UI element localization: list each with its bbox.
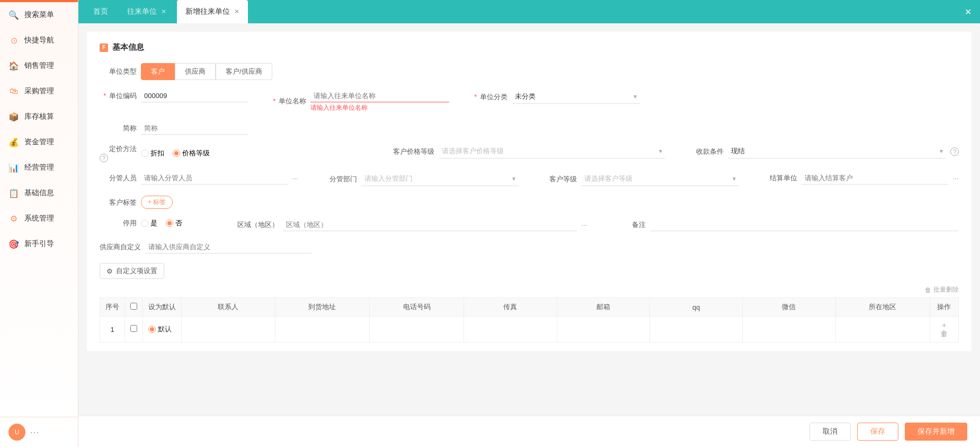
- remark-input[interactable]: [650, 218, 959, 231]
- payment-terms-help-icon[interactable]: ?: [950, 147, 959, 156]
- unit-type-supplier-btn[interactable]: 供应商: [175, 63, 216, 80]
- unit-category-label: * 单位分类: [470, 92, 507, 102]
- disabled-no-radio[interactable]: 否: [166, 218, 182, 228]
- custom-settings-button[interactable]: ⚙ 自定义项设置: [100, 263, 164, 279]
- td-phone[interactable]: [370, 317, 464, 343]
- sidebar-item-sales[interactable]: 🏠 销售管理: [0, 53, 78, 78]
- tab-partners[interactable]: 往来单位 ✕: [119, 0, 175, 23]
- contacts-table-section: 🗑 批量删除 序号 设为默认 联系人 到货地址 电话号码 传真: [100, 285, 959, 343]
- td-fax[interactable]: [464, 317, 557, 343]
- td-wechat[interactable]: [743, 317, 836, 343]
- unit-code-field: * 单位编码: [100, 90, 248, 102]
- unit-name-error: 请输入往来单位名称: [310, 103, 449, 112]
- pricing-discount-radio[interactable]: 折扣: [141, 148, 164, 158]
- phone-input[interactable]: [375, 326, 458, 334]
- main-area: 首页 往来单位 ✕ 新增往来单位 ✕ ✕ F 基本信息 单位类型 客户: [78, 0, 980, 447]
- select-all-checkbox[interactable]: [130, 303, 137, 310]
- customer-level-field: 客户等级 请选择客户等级 ▾: [540, 172, 739, 186]
- sidebar-item-operations[interactable]: 📊 经营管理: [0, 155, 78, 180]
- sales-icon: 🏠: [8, 60, 19, 71]
- sidebar-item-basic[interactable]: 📋 基础信息: [0, 180, 78, 206]
- sidebar-item-quick-nav[interactable]: ⊙ 快捷导航: [0, 28, 78, 53]
- system-icon: ⚙: [8, 213, 19, 224]
- td-default: 默认: [143, 317, 182, 343]
- department-label: 分管部门: [320, 174, 357, 184]
- td-address[interactable]: [275, 317, 369, 343]
- td-contact[interactable]: [182, 317, 275, 343]
- sidebar-item-system[interactable]: ⚙ 系统管理: [0, 206, 78, 231]
- disabled-no-label: 否: [175, 218, 182, 228]
- batch-delete-button[interactable]: 🗑 批量删除: [925, 285, 959, 294]
- tab-new-partner[interactable]: 新增往来单位 ✕: [177, 0, 248, 23]
- sidebar-item-purchase[interactable]: 🛍 采购管理: [0, 78, 78, 104]
- tab-new-partner-label: 新增往来单位: [185, 7, 230, 16]
- unit-code-input[interactable]: [141, 90, 248, 102]
- td-email[interactable]: [557, 317, 650, 343]
- short-name-field: 简称: [100, 122, 248, 135]
- short-name-input[interactable]: [141, 122, 248, 135]
- region-input-row[interactable]: [841, 326, 924, 334]
- disabled-yes-radio[interactable]: 是: [141, 218, 157, 228]
- sidebar-item-inventory[interactable]: 📦 库存核算: [0, 104, 78, 129]
- th-checkbox: [125, 298, 143, 317]
- window-close-icon[interactable]: ✕: [965, 7, 972, 17]
- basic-info-card: F 基本信息 单位类型 客户 供应商 客户/供应商: [87, 32, 972, 351]
- tab-partners-label: 往来单位: [127, 7, 157, 16]
- td-region[interactable]: [835, 317, 930, 343]
- unit-type-customer-btn[interactable]: 客户: [141, 63, 175, 80]
- email-input[interactable]: [563, 326, 645, 334]
- wechat-input[interactable]: [748, 326, 830, 334]
- avatar: U: [8, 424, 25, 441]
- th-fax: 传真: [464, 298, 557, 317]
- unit-type-label: 单位类型: [100, 67, 137, 76]
- tab-partners-close[interactable]: ✕: [161, 8, 166, 15]
- unit-name-input[interactable]: [310, 90, 449, 102]
- payment-terms-select[interactable]: 现结 ▾: [728, 144, 946, 159]
- unit-code-label: * 单位编码: [100, 91, 137, 101]
- add-tag-button[interactable]: + 标签: [141, 196, 173, 209]
- pricing-level-radio[interactable]: 价格等级: [173, 148, 210, 158]
- sidebar-item-finance[interactable]: 💰 资金管理: [0, 129, 78, 155]
- customer-price-level-select[interactable]: 请选择客户价格等级 ▾: [439, 144, 665, 159]
- contacts-table: 序号 设为默认 联系人 到货地址 电话号码 传真 邮箱 qq 微信 所在地区 操…: [100, 297, 959, 343]
- save-and-new-button[interactable]: 保存并新增: [905, 423, 967, 441]
- td-action: + 🗑: [930, 317, 958, 343]
- department-field: 分管部门 请输入分管部门 ▾: [320, 172, 519, 186]
- sidebar-user-area: U ⋯: [0, 417, 78, 447]
- save-button[interactable]: 保存: [857, 423, 898, 441]
- cancel-button[interactable]: 取消: [809, 423, 851, 441]
- manager-more-icon[interactable]: ···: [292, 174, 299, 182]
- region-input[interactable]: [283, 218, 577, 231]
- td-qq[interactable]: [650, 317, 743, 343]
- sidebar-item-label: 经营管理: [24, 163, 54, 172]
- default-radio[interactable]: 默认: [148, 325, 176, 334]
- delete-row-button[interactable]: 🗑: [940, 329, 948, 338]
- disabled-region-row: 停用 是 否: [100, 218, 959, 231]
- address-input[interactable]: [281, 326, 364, 334]
- customer-level-select[interactable]: 请选择客户等级 ▾: [581, 172, 739, 186]
- remark-label: 备注: [609, 220, 646, 230]
- unit-category-select[interactable]: 未分类 ▾: [512, 90, 640, 104]
- row-checkbox[interactable]: [130, 325, 137, 332]
- sidebar-item-newbie[interactable]: 🎯 新手引导: [0, 231, 78, 257]
- contact-input[interactable]: [187, 326, 270, 334]
- disabled-no-inner: [167, 221, 172, 225]
- region-more-icon[interactable]: ···: [581, 221, 587, 229]
- pricing-method-help-icon[interactable]: ?: [100, 154, 108, 162]
- unit-type-both-btn[interactable]: 客户/供应商: [216, 63, 272, 80]
- unit-category-field: * 单位分类 未分类 ▾: [470, 90, 640, 104]
- settlement-unit-more-icon[interactable]: ···: [952, 174, 959, 182]
- pricing-discount-label: 折扣: [150, 148, 164, 158]
- qq-input[interactable]: [655, 326, 737, 334]
- department-select[interactable]: 请输入分管部门 ▾: [361, 172, 519, 186]
- sidebar-item-search[interactable]: 🔍 搜索菜单: [0, 2, 78, 28]
- supplier-custom-input[interactable]: [145, 241, 311, 253]
- tab-new-partner-close[interactable]: ✕: [234, 8, 239, 15]
- add-row-button[interactable]: +: [942, 321, 946, 329]
- tab-home[interactable]: 首页: [85, 0, 117, 23]
- fax-input[interactable]: [469, 326, 551, 334]
- default-radio-outer: [148, 326, 156, 333]
- default-label: 默认: [158, 325, 172, 334]
- manager-input[interactable]: [141, 172, 288, 185]
- settlement-unit-input[interactable]: [801, 172, 949, 185]
